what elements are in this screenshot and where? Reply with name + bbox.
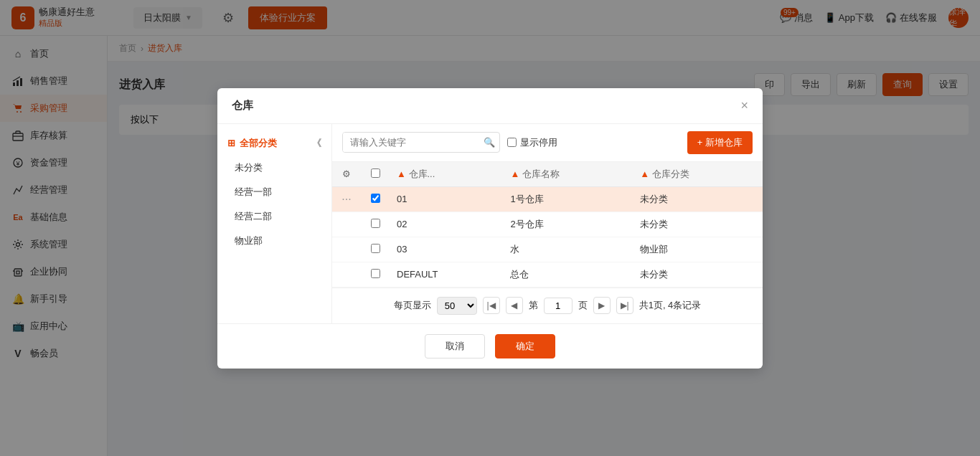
row-actions (332, 262, 361, 287)
grid-icon: ⊞ (227, 138, 235, 148)
col-name-header: ▲ 仓库名称 (503, 162, 633, 187)
row-name: 1号仓库 (503, 186, 633, 212)
category-label-ops2: 经营二部 (235, 211, 272, 222)
dialog-footer: 取消 确定 (217, 323, 763, 369)
search-input[interactable] (343, 133, 478, 152)
row-checkbox[interactable] (371, 269, 380, 278)
table-header-row: ⚙ ▲ 仓库... ▲ 仓库名称 (332, 162, 763, 187)
row-checkbox-cell (361, 237, 390, 262)
row-checkbox[interactable] (371, 244, 380, 253)
row-actions: ··· (332, 186, 361, 212)
first-page-button[interactable]: |◀ (483, 297, 500, 314)
row-code: 03 (390, 237, 503, 262)
row-category: 未分类 (633, 212, 763, 237)
row-name: 水 (503, 237, 633, 262)
warehouse-dialog: 仓库 × ⊞ 全部分类 《 未分类 经营一部 (217, 88, 763, 369)
row-code: 02 (390, 212, 503, 237)
category-label-ops1: 经营一部 (235, 186, 272, 197)
row-checkbox-cell (361, 212, 390, 237)
sidebar-category-ops2[interactable]: 经营二部 (217, 204, 331, 229)
table-body: ··· 01 1号仓库 未分类 02 2号仓库 未分类 (332, 186, 763, 287)
new-warehouse-button[interactable]: + 新增仓库 (687, 131, 753, 154)
search-box: 🔍 (342, 132, 500, 153)
total-label: 共1页, 4条记录 (639, 299, 702, 312)
search-icon[interactable]: 🔍 (478, 137, 500, 148)
dialog-table-wrap: ⚙ ▲ 仓库... ▲ 仓库名称 (332, 162, 763, 288)
show-disabled-label[interactable]: 显示停用 (507, 136, 557, 149)
dialog-sidebar-header[interactable]: ⊞ 全部分类 《 (217, 131, 331, 156)
modal-overlay: 仓库 × ⊞ 全部分类 《 未分类 经营一部 (0, 0, 980, 456)
per-page-select[interactable]: 50 100 (437, 297, 477, 315)
dialog-body: ⊞ 全部分类 《 未分类 经营一部 经营二部 物业部 (217, 124, 763, 323)
show-disabled-checkbox[interactable] (507, 138, 517, 147)
dialog-sidebar: ⊞ 全部分类 《 未分类 经营一部 经营二部 物业部 (217, 124, 332, 323)
category-label-property: 物业部 (235, 235, 263, 246)
row-more-icon[interactable]: ··· (341, 193, 351, 205)
warehouse-table: ⚙ ▲ 仓库... ▲ 仓库名称 (332, 162, 763, 288)
page-label: 页 (578, 299, 588, 312)
page-word: 第 (529, 299, 538, 312)
confirm-button[interactable]: 确定 (495, 334, 555, 358)
collapse-icon: 《 (312, 137, 321, 150)
pagination: 每页显示 50 100 |◀ ◀ 第 页 ▶ ▶| 共1页, 4条记录 (332, 288, 763, 323)
show-disabled-text: 显示停用 (520, 136, 557, 149)
row-category: 物业部 (633, 237, 763, 262)
all-categories-label: 全部分类 (240, 137, 277, 150)
row-checkbox-cell (361, 262, 390, 287)
sidebar-category-ops1[interactable]: 经营一部 (217, 180, 331, 204)
row-category: 未分类 (633, 262, 763, 287)
dialog-title: 仓库 (232, 99, 253, 113)
table-row[interactable]: 03 水 物业部 (332, 237, 763, 262)
row-actions (332, 237, 361, 262)
next-page-button[interactable]: ▶ (593, 297, 611, 314)
col-check (361, 162, 390, 187)
row-checkbox[interactable] (371, 194, 380, 203)
row-checkbox[interactable] (371, 219, 380, 228)
dialog-toolbar: 🔍 显示停用 + 新增仓库 (332, 124, 763, 162)
sidebar-category-unclassified[interactable]: 未分类 (217, 156, 331, 180)
row-checkbox-cell (361, 186, 390, 212)
row-code: 01 (390, 186, 503, 212)
dialog-main: 🔍 显示停用 + 新增仓库 ⚙ (332, 124, 763, 323)
table-row[interactable]: 02 2号仓库 未分类 (332, 212, 763, 237)
sidebar-category-property[interactable]: 物业部 (217, 229, 331, 253)
prev-page-button[interactable]: ◀ (506, 297, 523, 314)
per-page-label: 每页显示 (394, 299, 431, 312)
row-name: 总仓 (503, 262, 633, 287)
dialog-close-button[interactable]: × (740, 98, 748, 113)
col-gear: ⚙ (332, 162, 361, 187)
last-page-button[interactable]: ▶| (616, 297, 633, 314)
row-category: 未分类 (633, 186, 763, 212)
col-code-header: ▲ 仓库... (390, 162, 503, 187)
cancel-button[interactable]: 取消 (425, 334, 485, 358)
dialog-header: 仓库 × (217, 88, 763, 124)
col-category-header: ▲ 仓库分类 (633, 162, 763, 187)
page-input[interactable] (544, 298, 573, 314)
gear-header-icon: ⚙ (342, 168, 351, 179)
row-code: DEFAULT (390, 262, 503, 287)
select-all-checkbox[interactable] (371, 168, 380, 178)
table-row[interactable]: ··· 01 1号仓库 未分类 (332, 186, 763, 212)
table-row[interactable]: DEFAULT 总仓 未分类 (332, 262, 763, 287)
row-actions (332, 212, 361, 237)
category-label-unclassified: 未分类 (235, 162, 263, 173)
row-name: 2号仓库 (503, 212, 633, 237)
